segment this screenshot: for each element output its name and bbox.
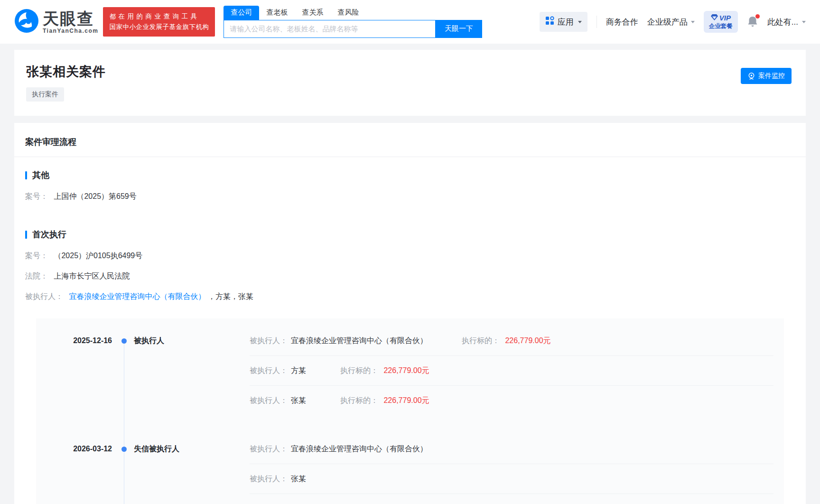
logo-title: 天眼查 [43,10,98,27]
search-tabs: 查公司 查老板 查关系 查风险 [224,6,482,20]
timeline-event-type: 被执行人 [134,336,250,346]
field-value: 上海市长宁区人民法院 [54,272,130,280]
user-menu[interactable]: 此处有... [767,17,806,28]
vip-package-label: 企业套餐 [709,23,733,30]
heading-accent-bar [25,231,27,239]
search-button[interactable]: 天眼一下 [435,20,482,38]
case-group-other: 其他 案号： 上国仲（2025）第659号 [14,169,806,201]
vip-gem-icon [711,13,718,23]
tab-search-risk[interactable]: 查风险 [330,6,366,20]
case-process-card: 案件审理流程 其他 案号： 上国仲（2025）第659号 首次执行 案号： （2… [14,123,806,504]
timeline-row: 被执行人： 方某 执行标的： 226,779.00元 [250,365,773,386]
apps-menu[interactable]: 应用 [540,12,587,32]
top-header: 天眼查 TianYanCha.com 都在用的商业查询工具 国家中小企业发展子基… [0,0,820,44]
case-group-first-execution: 首次执行 案号： （2025）沪0105执6499号 法院： 上海市长宁区人民法… [14,229,806,504]
page-title: 张某相关案件 [26,63,794,80]
field-label: 法院： [25,272,48,280]
field-label: 被执行人： [25,292,63,300]
promo-banner: 都在用的商业查询工具 国家中小企业发展子基金旗下机构 [103,7,215,37]
timeline-row: 被执行人： 宜春浪绫企业管理咨询中心（有限合伙） 执行标的： 226,779.0… [250,336,773,356]
chevron-down-icon [691,21,695,23]
notification-dot [755,14,760,19]
field-label: 案号： [25,192,48,200]
search-input[interactable] [224,20,435,38]
amount-value: 226,779.00元 [383,396,429,404]
timeline-dot-icon [121,447,127,452]
person-name: 张某 [291,474,306,484]
group-heading: 首次执行 [32,229,66,240]
tab-search-company[interactable]: 查公司 [224,6,259,20]
divider [14,157,806,157]
promo-line1: 都在用的商业查询工具 [109,11,209,22]
field-label: 案号： [25,252,48,260]
field-court: 法院： 上海市长宁区人民法院 [25,271,795,281]
timeline-date: 2025-12-16 [36,336,112,346]
page-title-card: 张某相关案件 执行案件 案件监控 [14,50,806,116]
chevron-down-icon [802,21,806,23]
row-label: 被执行人： [250,444,288,454]
nav-divider [596,16,597,28]
company-link[interactable]: 宜春浪绫企业管理咨询中心（有限合伙） [291,444,428,454]
amount-label: 执行标的： [462,336,500,345]
logo-subtitle: TianYanCha.com [43,28,98,34]
nav-item-business-cooperation[interactable]: 商务合作 [606,17,638,28]
amount-value: 226,779.00元 [505,336,550,345]
field-executed-persons: 被执行人： 宜春浪绫企业管理咨询中心（有限合伙） ，方某，张某 [25,292,795,301]
timeline-dot-icon [121,338,127,344]
case-monitor-button[interactable]: 案件监控 [741,68,792,84]
timeline-event-type: 失信被执行人 [134,444,250,454]
amount-label: 执行标的： [340,366,378,374]
nav-item-enterprise-label: 企业级产品 [647,17,688,28]
vip-package-badge[interactable]: VIP 企业套餐 [704,11,738,33]
search-area: 查公司 查老板 查关系 查风险 天眼一下 [224,6,482,38]
section-title: 案件审理流程 [14,136,806,148]
timeline-group: 2025-12-16 被执行人 被执行人： 宜春浪绫企业管理咨询中心（有限合伙）… [36,336,773,415]
timeline-group: 2026-03-12 失信被执行人 被执行人： 宜春浪绫企业管理咨询中心（有限合… [36,444,773,504]
field-value: 上国仲（2025）第659号 [54,192,136,200]
amount-value: 226,779.00元 [383,366,429,374]
row-label: 被执行人： [250,365,288,376]
group-heading: 其他 [32,169,49,181]
field-value-suffix: ，方某，张某 [208,292,253,300]
tab-search-relation[interactable]: 查关系 [295,6,330,20]
person-name: 方某 [291,365,306,376]
row-label: 被执行人： [250,474,288,484]
company-link[interactable]: 宜春浪绫企业管理咨询中心（有限合伙） [69,292,205,300]
monitor-camera-icon [747,72,755,80]
field-case-number: 案号： 上国仲（2025）第659号 [25,192,795,201]
company-link[interactable]: 宜春浪绫企业管理咨询中心（有限合伙） [291,336,428,346]
tab-search-boss[interactable]: 查老板 [259,6,295,20]
case-monitor-label: 案件监控 [758,72,785,80]
heading-accent-bar [25,171,27,179]
timeline-date: 2026-03-12 [36,444,112,454]
field-value: （2025）沪0105执6499号 [54,252,142,260]
tianyancha-logo-icon [14,9,39,35]
tianyancha-logo[interactable]: 天眼查 TianYanCha.com [14,9,98,35]
promo-line2: 国家中小企业发展子基金旗下机构 [109,22,209,32]
apps-grid-icon [545,16,554,28]
timeline-row: 被执行人： 张某 [250,474,773,494]
chevron-down-icon [578,21,582,23]
user-menu-label: 此处有... [767,17,798,28]
timeline-panel: 2025-12-16 被执行人 被执行人： 宜春浪绫企业管理咨询中心（有限合伙）… [36,318,784,504]
field-case-number: 案号： （2025）沪0105执6499号 [25,251,795,261]
nav-item-enterprise-products[interactable]: 企业级产品 [647,17,695,28]
row-label: 被执行人： [250,395,288,406]
vip-label: VIP [719,14,731,23]
notification-bell[interactable] [747,16,758,28]
timeline-row: 被执行人： 宜春浪绫企业管理咨询中心（有限合伙） [250,444,773,464]
row-label: 被执行人： [250,336,288,346]
timeline-row: 被执行人： 张某 执行标的： 226,779.00元 [250,395,773,415]
person-name: 张某 [291,395,306,406]
apps-menu-label: 应用 [558,17,574,28]
case-type-tag: 执行案件 [26,87,64,102]
amount-label: 执行标的： [340,396,378,404]
header-nav: 应用 商务合作 企业级产品 VIP 企业套餐 [540,11,806,33]
